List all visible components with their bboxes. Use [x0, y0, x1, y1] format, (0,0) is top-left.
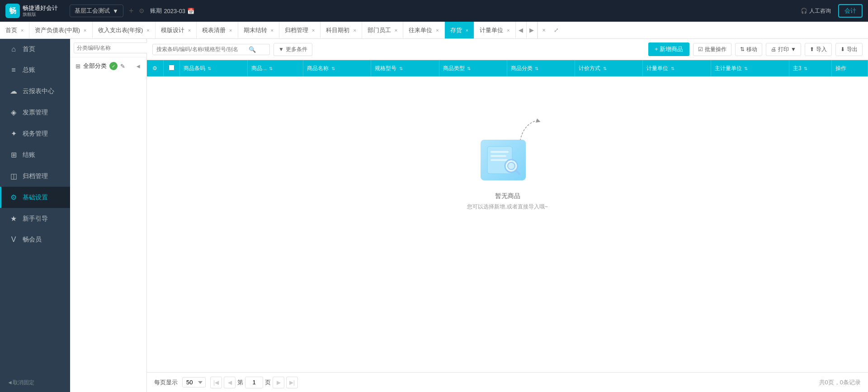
- logo-icon: 畅: [5, 4, 20, 18]
- settings-icon: ⚙: [9, 193, 18, 202]
- tab-subject[interactable]: 科目期初 ×: [321, 22, 362, 38]
- print-dropdown-icon: ▼: [791, 46, 796, 52]
- ledger-icon: ≡: [9, 66, 18, 74]
- search-input[interactable]: [156, 46, 247, 52]
- sidebar-unpin-btn[interactable]: ◄取消固定: [0, 373, 70, 392]
- table-container: ⚙ 商品条码 ⇅ 商品... ⇅: [147, 60, 868, 372]
- sidebar-item-close[interactable]: ⊞ 结账: [0, 144, 70, 165]
- prev-page-btn[interactable]: ◀: [224, 377, 236, 388]
- batch-btn[interactable]: ☑ 批量操作: [693, 43, 731, 56]
- last-page-btn[interactable]: ▶|: [286, 377, 298, 388]
- add-tab-btn[interactable]: +: [129, 6, 134, 16]
- svg-line-7: [516, 170, 519, 174]
- col-unit[interactable]: 计量单位 ⇅: [643, 60, 711, 76]
- tab-close-tax[interactable]: ×: [229, 28, 232, 33]
- category-collapse-icon[interactable]: ◄: [135, 63, 141, 70]
- tab-close-template[interactable]: ×: [188, 28, 191, 33]
- tab-close-all-btn[interactable]: ×: [538, 22, 550, 39]
- import-btn[interactable]: ⬆ 导入: [805, 43, 832, 56]
- tab-prev-btn[interactable]: ◀: [516, 22, 527, 39]
- col-spec[interactable]: 规格型号 ⇅: [371, 60, 439, 76]
- print-btn[interactable]: 🖨 打印 ▼: [766, 43, 801, 56]
- calendar-icon[interactable]: 📅: [187, 8, 194, 14]
- page-input[interactable]: [245, 377, 263, 388]
- col-checkbox[interactable]: [163, 60, 179, 76]
- col-price-method[interactable]: 计价方式 ⇅: [575, 60, 643, 76]
- total-info: 共0页，0条记录: [819, 378, 861, 387]
- col-code[interactable]: 商品... ⇅: [247, 60, 303, 76]
- tab-unit[interactable]: 计量单位 ×: [474, 22, 515, 38]
- tab-home[interactable]: 首页 ×: [0, 22, 29, 38]
- tab-close-home[interactable]: ×: [21, 28, 24, 33]
- invoice-icon: ◈: [9, 108, 18, 117]
- tab-close-dept[interactable]: ×: [395, 28, 397, 33]
- page-size-select[interactable]: 20 50 100: [182, 377, 206, 387]
- col-main-unit[interactable]: 主计量单位 ⇅: [711, 60, 789, 76]
- sidebar-item-general-ledger[interactable]: ≡ 总账: [0, 60, 70, 80]
- first-page-btn[interactable]: |◀: [210, 377, 222, 388]
- svg-point-6: [508, 162, 515, 170]
- tab-close-subject[interactable]: ×: [353, 28, 356, 33]
- tab-balance[interactable]: 资产负债表(中期) ×: [29, 22, 92, 38]
- sidebar-item-member[interactable]: V 畅会员: [0, 229, 70, 250]
- tab-income[interactable]: 收入支出表(年报) ×: [93, 22, 156, 38]
- sub-content: 🔍 ⊞ 全部分类 ✓ ✎ ◄ 🔍: [70, 39, 868, 392]
- cloud-icon: ☁: [9, 87, 18, 95]
- select-all-checkbox[interactable]: [169, 65, 175, 71]
- search-wrap: 🔍: [152, 44, 270, 55]
- top-header: 畅 畅捷通好会计 旗舰版 基层工会测试 ▼ + ⚙ 账期 2023-03 📅 🎧…: [0, 0, 868, 22]
- tab-close-unit[interactable]: ×: [507, 28, 509, 33]
- logo-text: 畅捷通好会计 旗舰版: [23, 5, 58, 17]
- tab-inventory[interactable]: 存货 ×: [445, 22, 474, 38]
- human-service-btn[interactable]: 🎧 人工咨询: [797, 5, 835, 17]
- sidebar-item-archive[interactable]: ◫ 归档管理: [0, 165, 70, 187]
- tab-period-close[interactable]: 期末结转 ×: [238, 22, 279, 38]
- tab-close-partner[interactable]: ×: [436, 28, 439, 33]
- period-info: 账期 2023-03 📅: [150, 7, 194, 15]
- sidebar-item-basic-settings[interactable]: ⚙ 基础设置: [0, 187, 70, 208]
- tab-close-period[interactable]: ×: [271, 28, 274, 33]
- col-settings[interactable]: ⚙: [147, 60, 163, 76]
- tab-dept[interactable]: 部门员工 ×: [362, 22, 403, 38]
- category-search-input[interactable]: [74, 43, 148, 53]
- col-category[interactable]: 商品分类 ⇅: [507, 60, 575, 76]
- company-selector[interactable]: 基层工会测试 ▼: [70, 5, 123, 17]
- settings-icon[interactable]: ⚙: [139, 7, 145, 14]
- category-all[interactable]: ⊞ 全部分类 ✓ ✎ ◄: [70, 57, 146, 75]
- svg-rect-4: [491, 159, 508, 161]
- move-btn[interactable]: ⇅ 移动: [735, 43, 762, 56]
- tab-expand-btn[interactable]: ⤢: [550, 22, 563, 39]
- tab-close-archive[interactable]: ×: [312, 28, 315, 33]
- tab-close-income[interactable]: ×: [146, 28, 149, 33]
- tab-tax[interactable]: 税表清册 ×: [197, 22, 238, 38]
- filter-icon: ▼: [278, 46, 284, 52]
- tab-next-btn[interactable]: ▶: [527, 22, 538, 39]
- sidebar-item-invoice[interactable]: ◈ 发票管理: [0, 102, 70, 123]
- home-icon: ⌂: [9, 45, 18, 53]
- tab-close-inventory[interactable]: ×: [466, 28, 468, 33]
- sidebar-item-cloud-report[interactable]: ☁ 云报表中心: [0, 80, 70, 102]
- search-icon[interactable]: 🔍: [249, 46, 256, 53]
- tab-close-balance[interactable]: ×: [84, 28, 86, 33]
- sidebar-item-home[interactable]: ⌂ 首页: [0, 39, 70, 60]
- tab-partner[interactable]: 往来单位 ×: [403, 22, 444, 38]
- col-name[interactable]: 商品名称 ⇅: [303, 60, 371, 76]
- batch-icon: ☑: [698, 46, 703, 52]
- category-edit-icon[interactable]: ✎: [120, 63, 125, 70]
- tab-archive[interactable]: 归档管理 ×: [279, 22, 321, 38]
- page-nav: |◀ ◀ 第 页 ▶ ▶|: [210, 377, 298, 388]
- sidebar-item-guide[interactable]: ★ 新手引导: [0, 208, 70, 229]
- col-main3[interactable]: 主3 ⇅: [789, 60, 831, 76]
- account-button[interactable]: 会计: [838, 4, 863, 18]
- empty-title: 暂无商品: [495, 192, 520, 200]
- next-page-btn[interactable]: ▶: [273, 377, 284, 388]
- add-product-btn[interactable]: + 新增商品: [648, 43, 689, 56]
- filter-btn[interactable]: ▼ 更多条件: [274, 43, 312, 56]
- export-btn[interactable]: ⬇ 导出: [835, 43, 863, 56]
- col-barcode[interactable]: 商品条码 ⇅: [179, 60, 247, 76]
- col-type[interactable]: 商品类型 ⇅: [439, 60, 507, 76]
- sidebar-item-tax[interactable]: ✦ 税务管理: [0, 123, 70, 144]
- empty-state: 暂无商品 您可以选择新增,或者直接导入哦~: [147, 76, 868, 247]
- move-icon: ⇅: [740, 46, 745, 52]
- tab-template[interactable]: 模版设计 ×: [156, 22, 197, 38]
